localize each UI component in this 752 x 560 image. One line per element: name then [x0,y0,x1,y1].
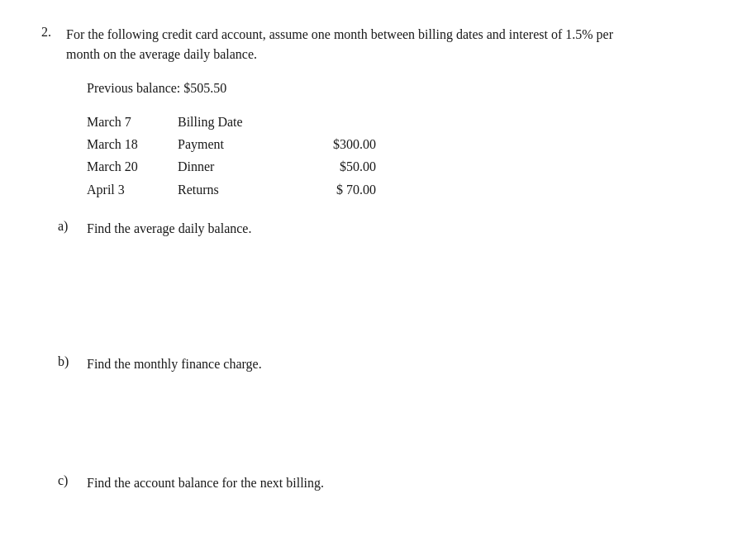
sub-label-b: b) [58,354,87,369]
date-cell: March 20 [87,155,178,178]
sub-text-a: Find the average daily balance. [87,219,251,239]
problem-line2: month on the average daily balance. [66,47,257,61]
problem-number: 2. [41,25,66,40]
problem-container: 2. For the following credit card account… [41,25,711,493]
table-row: March 20 Dinner $50.00 [87,155,711,178]
sub-question-c: c) Find the account balance for the next… [58,473,711,493]
table-row: March 18 Payment $300.00 [87,133,711,155]
problem-description: For the following credit card account, a… [66,25,613,64]
sub-label-a: a) [58,219,87,234]
description-cell: Returns [178,178,293,201]
date-cell: April 3 [87,178,178,201]
sub-text-c: Find the account balance for the next bi… [87,473,324,493]
description-cell: Payment [178,133,293,155]
date-cell: March 18 [87,133,178,155]
table-row: April 3 Returns $ 70.00 [87,178,711,201]
sub-label-c: c) [58,473,87,488]
previous-balance: Previous balance: $505.50 [87,81,711,96]
sub-text-b: Find the monthly finance charge. [87,354,262,374]
date-cell: March 7 [87,111,178,133]
amount-cell: $300.00 [293,133,376,155]
problem-line1: For the following credit card account, a… [66,27,613,41]
amount-cell: $50.00 [293,155,376,178]
sub-question-b: b) Find the monthly finance charge. [58,354,711,374]
description-cell: Billing Date [178,111,293,133]
problem-header: 2. For the following credit card account… [41,25,711,64]
transactions-table: March 7 Billing Date March 18 Payment $3… [87,111,711,201]
amount-cell: $ 70.00 [293,178,376,201]
sub-question-a: a) Find the average daily balance. [58,219,711,239]
table-row: March 7 Billing Date [87,111,711,133]
description-cell: Dinner [178,155,293,178]
